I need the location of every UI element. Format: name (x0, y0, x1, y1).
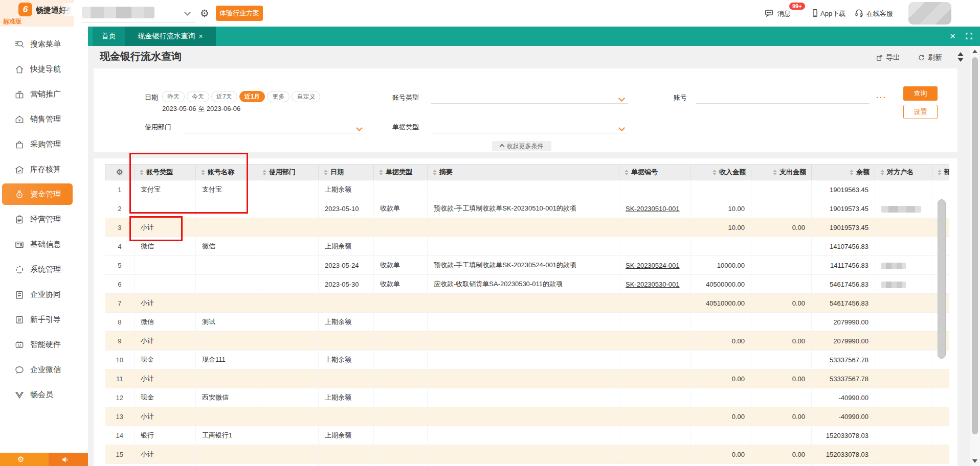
date-pill[interactable]: 更多 (267, 91, 289, 102)
sidebar-item-gift[interactable]: 营销推广 (0, 82, 88, 107)
sidebar-item-smart-tv[interactable]: 智能硬件 (0, 332, 88, 357)
date-pill[interactable]: 近7天 (211, 91, 237, 102)
sidebar-item-collab-board[interactable]: 企业协同 (0, 282, 88, 307)
table-row[interactable]: 10现金现金111上期余额53337567.78 (105, 351, 950, 369)
column-header-balance[interactable]: 余额 (812, 165, 875, 180)
date-pill[interactable]: 近1月 (239, 91, 265, 102)
sidebar-item-sales-house[interactable]: ¥销售管理 (0, 107, 88, 132)
gear-icon[interactable]: ⚙ (200, 7, 209, 19)
doc-type-select[interactable] (431, 121, 628, 133)
table-row-subtotal[interactable]: 7小计40510000.000.0054617456.83 (105, 294, 950, 313)
headset-icon[interactable] (854, 8, 864, 18)
sort-icon[interactable] (433, 170, 437, 175)
sort-icon[interactable] (201, 170, 205, 175)
table-row[interactable]: 4微信微信上期余额14107456.83 (105, 237, 950, 256)
table-row[interactable]: 1支付宝支付宝上期余额19019563.45 (105, 180, 950, 199)
column-header-dept[interactable]: 使用部门 (257, 165, 319, 180)
doc-number-link[interactable]: SK-20230530-001 (626, 281, 680, 288)
date-pill[interactable]: 昨天 (162, 91, 185, 102)
sort-icon[interactable] (324, 170, 328, 175)
gear-icon[interactable]: ⚙ (110, 168, 129, 177)
tab-cash-bank-flow[interactable]: 现金银行流水查询 × (125, 27, 216, 46)
column-header-date[interactable]: 日期 (319, 165, 374, 180)
table-row[interactable]: 22023-05-10收款单预收款-手工填制收款单SK-20230510-001… (105, 199, 950, 218)
speaker-icon[interactable] (61, 455, 70, 464)
table-row[interactable]: 14银行工商银行1上期余额152033078.03 (105, 426, 950, 445)
close-all-tabs-icon[interactable]: × (950, 31, 955, 42)
table-row[interactable]: 62023-05-30收款单应收款-收取销货单SA-20230530-011的款… (105, 275, 950, 294)
sort-icon[interactable] (140, 170, 144, 175)
column-header-party[interactable]: 对方户名 (875, 165, 932, 180)
export-button[interactable]: 导出 (876, 53, 900, 62)
footer-gear-icon[interactable]: ⚙ (17, 455, 24, 464)
column-header-extra[interactable]: 部门 (932, 165, 950, 180)
table-row-subtotal[interactable]: 13小计0.000.00-40990.00 (105, 407, 950, 426)
table-scrollbar-thumb[interactable] (938, 199, 946, 359)
tab-close-icon[interactable]: × (198, 32, 203, 40)
sidebar-item-id-card[interactable]: 基础信息 (0, 232, 88, 257)
column-header-docno[interactable]: 单据编号 (619, 165, 691, 180)
company-name-blurred[interactable] (82, 7, 154, 18)
date-range-value[interactable]: 2023-05-06 至 2023-06-06 (162, 104, 240, 113)
panel-collapse-control[interactable] (957, 52, 964, 62)
dept-select[interactable] (184, 121, 366, 133)
table-row[interactable]: 16银行AAA上期余额13.00 (105, 464, 950, 466)
app-download-link[interactable]: App下载 (820, 9, 845, 18)
sidebar-item-warehouse[interactable]: 库存核算 (0, 157, 88, 182)
column-header-income[interactable]: 收入金额 (691, 165, 751, 180)
scroll-down-icon[interactable] (972, 459, 977, 463)
scroll-up-icon[interactable] (972, 50, 977, 53)
messages-link[interactable]: 消息 (777, 9, 791, 18)
sidebar-item-home[interactable]: 快捷导航 (0, 57, 88, 82)
column-header-doc[interactable]: 单据类型 (374, 165, 428, 180)
tab-home[interactable]: 首页 (93, 27, 125, 46)
fullscreen-icon[interactable] (965, 32, 973, 40)
account-input[interactable] (696, 91, 870, 104)
sort-icon[interactable] (850, 170, 854, 175)
table-row-subtotal[interactable]: 11小计0.000.0053337567.78 (105, 369, 950, 388)
sidebar-item-system-dots[interactable]: 系统管理 (0, 257, 88, 282)
sort-icon[interactable] (773, 170, 777, 175)
query-button[interactable]: 查询 (903, 86, 938, 101)
more-options-ellipsis[interactable]: ··· (876, 93, 887, 102)
column-settings-header[interactable]: ⚙ (105, 165, 135, 180)
table-row-subtotal[interactable]: 3小计10.000.0019019573.45 (105, 218, 950, 237)
doc-number-link[interactable]: SK-20230510-001 (626, 205, 680, 213)
avatar[interactable] (908, 2, 951, 25)
date-pill[interactable]: 今天 (187, 91, 209, 102)
column-header-name[interactable]: 账号名称 (196, 165, 257, 180)
sort-icon[interactable] (712, 170, 717, 175)
collapse-more-conditions[interactable]: 收起更多条件 (492, 141, 551, 151)
sort-icon[interactable] (379, 170, 383, 175)
sidebar-item-wechat[interactable]: 企业微信 (0, 357, 88, 382)
sidebar-item-new-badge[interactable]: 新新手引导 (0, 307, 88, 332)
sidebar-item-clipboard[interactable]: 经营管理 (0, 207, 88, 232)
column-header-type[interactable]: 账号类型 (135, 165, 196, 180)
date-pill[interactable]: 自定义 (292, 91, 320, 102)
table-row[interactable]: 12现金西安微信上期余额-40990.00 (105, 388, 950, 407)
sort-icon[interactable] (880, 170, 884, 175)
sidebar-item-member-v[interactable]: 畅会员 (0, 382, 88, 407)
column-header-expense[interactable]: 支出金额 (751, 165, 812, 180)
sidebar-item-money-bag[interactable]: ¥资金管理 (2, 183, 73, 205)
message-icon[interactable] (764, 8, 774, 18)
table-row[interactable]: 8微信测试上期余额2079990.00 (105, 313, 950, 332)
table-row-subtotal[interactable]: 15小计0.000.00152033078.03 (105, 445, 950, 464)
sort-icon[interactable] (625, 170, 629, 175)
table-row-subtotal[interactable]: 9小计0.000.002079990.00 (105, 332, 950, 351)
sidebar-item-search-menu[interactable]: 搜索菜单 (0, 32, 88, 57)
table-row[interactable]: 52023-05-24收款单预收款-手工填制收款单SK-20230524-001… (105, 256, 950, 275)
online-service-link[interactable]: 在线客服 (866, 9, 893, 18)
sort-icon[interactable] (938, 170, 942, 175)
column-header-summary[interactable]: 摘要 (428, 165, 619, 180)
refresh-button[interactable]: 刷新 (918, 53, 942, 62)
page-scrollbar-thumb[interactable] (972, 57, 978, 434)
trial-solution-button[interactable]: 体验行业方案 (216, 6, 263, 21)
chevron-down-icon[interactable] (184, 9, 191, 16)
sort-icon[interactable] (262, 170, 266, 175)
phone-icon[interactable] (810, 8, 820, 18)
sidebar-item-shopping-bag[interactable]: 采购管理 (0, 132, 88, 157)
doc-number-link[interactable]: SK-20230524-001 (626, 262, 680, 269)
account-type-select[interactable] (431, 91, 628, 104)
settings-button[interactable]: 设置 (903, 105, 938, 119)
